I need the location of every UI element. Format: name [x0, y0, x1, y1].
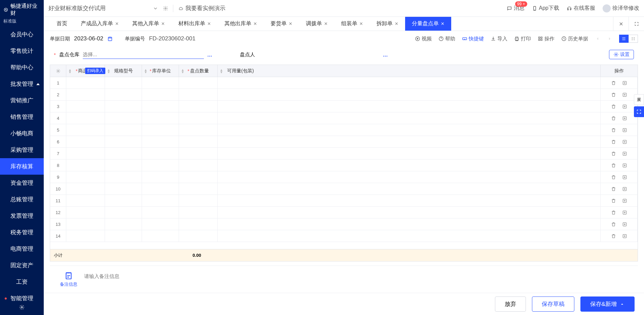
- sidebar-settings[interactable]: [0, 301, 44, 315]
- cell-qty[interactable]: [179, 160, 218, 171]
- trash-icon[interactable]: [611, 128, 616, 133]
- close-all-tabs[interactable]: [613, 17, 629, 31]
- cell-product[interactable]: [66, 101, 105, 112]
- cell-spec[interactable]: [105, 77, 142, 89]
- trash-icon[interactable]: [611, 163, 616, 168]
- trash-icon[interactable]: [611, 139, 616, 144]
- tab-2[interactable]: 其他入库单✕: [126, 17, 172, 31]
- cell-qty[interactable]: [179, 218, 218, 230]
- table-row[interactable]: 7: [50, 148, 638, 160]
- cell-product[interactable]: [66, 171, 105, 183]
- sidebar-item-13[interactable]: 电商管理: [0, 241, 44, 257]
- header-qty[interactable]: ▲▼*盘点数量: [179, 65, 218, 77]
- warehouse-picker[interactable]: …: [207, 52, 213, 58]
- add-row-icon[interactable]: [622, 175, 627, 180]
- cell-product[interactable]: [66, 77, 105, 89]
- sidebar-item-12[interactable]: 税务管理: [0, 224, 44, 241]
- cell-qty[interactable]: [179, 195, 218, 206]
- trash-icon[interactable]: [611, 104, 616, 109]
- table-row[interactable]: 2: [50, 89, 638, 101]
- add-row-icon[interactable]: [622, 92, 627, 97]
- cell-qty[interactable]: [179, 183, 218, 195]
- cell-unit[interactable]: [142, 195, 179, 206]
- person-picker[interactable]: …: [383, 52, 389, 58]
- cell-qty[interactable]: [179, 136, 218, 147]
- sidebar-item-2[interactable]: 帮助中心: [0, 59, 44, 76]
- cell-product[interactable]: [66, 230, 105, 242]
- sidebar-item-10[interactable]: 总账管理: [0, 191, 44, 208]
- cell-unit[interactable]: [142, 183, 179, 195]
- table-row[interactable]: 4: [50, 112, 638, 124]
- header-product[interactable]: ▲▼ *商品 扫码录入: [66, 65, 105, 77]
- tab-1[interactable]: 产成品入库单✕: [74, 17, 126, 31]
- calendar-icon[interactable]: [107, 36, 113, 41]
- add-row-icon[interactable]: [622, 163, 627, 168]
- cell-qty[interactable]: [179, 112, 218, 124]
- tabs-fullscreen[interactable]: [629, 17, 644, 31]
- sidebar-item-6[interactable]: 小畅电商: [0, 125, 44, 142]
- add-row-icon[interactable]: [622, 222, 627, 227]
- cell-unit[interactable]: [142, 207, 179, 218]
- close-icon[interactable]: ✕: [207, 21, 211, 26]
- add-row-icon[interactable]: [622, 234, 627, 239]
- trash-icon[interactable]: [611, 210, 616, 215]
- cell-qty[interactable]: [179, 171, 218, 183]
- sidebar-item-4[interactable]: 营销推广: [0, 92, 44, 109]
- close-icon[interactable]: ✕: [289, 21, 292, 26]
- cell-qty[interactable]: [179, 77, 218, 89]
- unfold-floater[interactable]: 展: [634, 94, 644, 105]
- add-row-icon[interactable]: [622, 80, 627, 85]
- close-icon[interactable]: ✕: [359, 21, 363, 26]
- sidebar-item-11[interactable]: 发票管理: [0, 208, 44, 224]
- cell-spec[interactable]: [105, 124, 142, 136]
- online-service-button[interactable]: 在线客服: [567, 5, 595, 12]
- operation-button[interactable]: 操作: [538, 36, 554, 42]
- warehouse-input[interactable]: [83, 50, 204, 59]
- trash-icon[interactable]: [611, 198, 616, 203]
- cell-spec[interactable]: [105, 89, 142, 100]
- cell-spec[interactable]: [105, 112, 142, 124]
- demo-link[interactable]: 我要看实例演示: [178, 4, 225, 12]
- save-draft-button[interactable]: 保存草稿: [532, 296, 574, 312]
- header-spec[interactable]: ▲▼规格型号: [105, 65, 142, 77]
- settings-button[interactable]: 设置: [609, 50, 634, 59]
- trash-icon[interactable]: [611, 116, 616, 121]
- cell-unit[interactable]: [142, 89, 179, 100]
- cell-qty[interactable]: [179, 101, 218, 112]
- sidebar-item-0[interactable]: 会员中心: [0, 26, 44, 43]
- table-row[interactable]: 12: [50, 207, 638, 218]
- prev-icon[interactable]: [595, 36, 600, 41]
- header-config[interactable]: [50, 65, 66, 77]
- cell-qty[interactable]: [179, 230, 218, 242]
- tab-0[interactable]: 首页: [50, 17, 74, 31]
- trash-icon[interactable]: [611, 92, 616, 97]
- header-unit[interactable]: ▲▼*库存单位: [142, 65, 179, 77]
- grid-body[interactable]: 1234567891011121314: [50, 77, 638, 249]
- history-button[interactable]: 历史单据: [561, 36, 588, 42]
- cell-unit[interactable]: [142, 112, 179, 124]
- table-row[interactable]: 9: [50, 171, 638, 183]
- cell-spec[interactable]: [105, 218, 142, 230]
- next-icon[interactable]: [607, 36, 612, 41]
- close-icon[interactable]: ✕: [395, 21, 398, 26]
- person-input[interactable]: [258, 50, 380, 59]
- shortcut-button[interactable]: 快捷键: [462, 36, 484, 42]
- table-row[interactable]: 11: [50, 195, 638, 207]
- date-value[interactable]: 2023-06-02: [74, 35, 103, 42]
- import-button[interactable]: 导入: [491, 36, 507, 42]
- cell-spec[interactable]: [105, 230, 142, 242]
- tab-6[interactable]: 调拨单✕: [299, 17, 334, 31]
- add-row-icon[interactable]: [622, 186, 627, 191]
- cell-product[interactable]: [66, 207, 105, 218]
- close-icon[interactable]: ✕: [115, 21, 119, 26]
- cell-unit[interactable]: [142, 148, 179, 159]
- cell-unit[interactable]: [142, 160, 179, 171]
- cell-spec[interactable]: [105, 136, 142, 147]
- cell-product[interactable]: [66, 218, 105, 230]
- trash-icon[interactable]: [611, 234, 616, 239]
- trash-icon[interactable]: [611, 186, 616, 191]
- tab-7[interactable]: 组装单✕: [334, 17, 370, 31]
- cell-unit[interactable]: [142, 77, 179, 89]
- tab-8[interactable]: 拆卸单✕: [370, 17, 405, 31]
- sidebar-item-3[interactable]: 批发管理: [0, 76, 44, 92]
